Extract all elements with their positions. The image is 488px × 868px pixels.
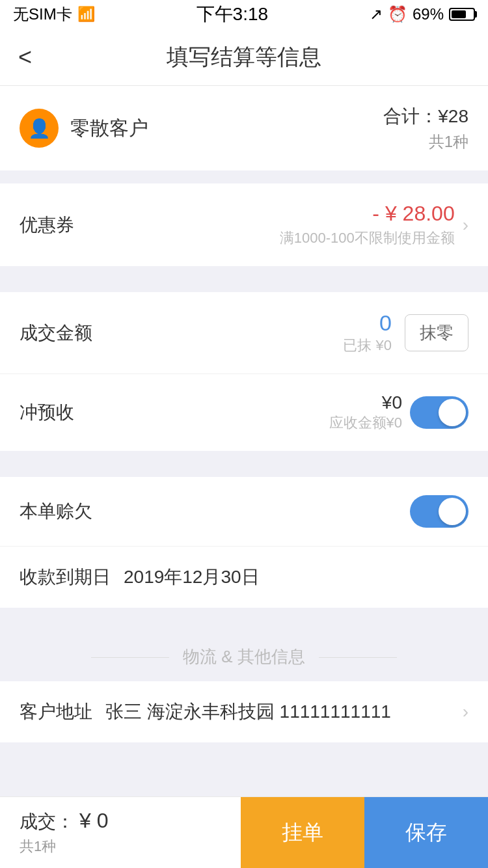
save-button[interactable]: 保存	[364, 797, 488, 869]
debt-toggle[interactable]	[410, 495, 468, 528]
prepayment-right: ¥0 应收金额¥0	[329, 392, 468, 433]
coupon-row[interactable]: 优惠券 - ¥ 28.00 满1000-100不限制使用金额 ›	[0, 183, 488, 266]
round-zero-button[interactable]: 抹零	[405, 314, 468, 351]
customer-section: 👤 零散客户 合计：¥28 共1种	[0, 86, 488, 170]
deal-amount-label: 成交金额	[20, 321, 92, 346]
location-icon: ↗	[370, 5, 383, 23]
deal-amount-sub: 已抹 ¥0	[343, 336, 392, 355]
debt-label: 本单赊欠	[20, 499, 92, 524]
address-chevron-icon: ›	[463, 701, 468, 722]
save-label: 保存	[405, 819, 447, 847]
logistics-label: 物流 & 其他信息	[183, 647, 305, 666]
customer-total: 合计：¥28	[383, 104, 468, 129]
deal-amount-right: 0 已抹 ¥0 抹零	[343, 310, 468, 355]
chevron-right-icon: ›	[463, 215, 468, 236]
bottom-bar: 成交： ¥ 0 共1种 挂单 保存	[0, 796, 488, 868]
prepayment-row: 冲预收 ¥0 应收金额¥0	[0, 373, 488, 451]
deal-amount-row: 成交金额 0 已抹 ¥0 抹零	[0, 292, 488, 373]
prepayment-toggle[interactable]	[410, 396, 468, 429]
prepayment-values: ¥0 应收金额¥0	[329, 392, 402, 433]
coupon-section: 优惠券 - ¥ 28.00 满1000-100不限制使用金额 ›	[0, 183, 488, 266]
logistics-label-row: 物流 & 其他信息	[0, 634, 488, 680]
avatar-icon: 👤	[28, 118, 51, 139]
coupon-right: - ¥ 28.00 满1000-100不限制使用金额 ›	[280, 202, 468, 248]
customer-right: 合计：¥28 共1种	[383, 104, 468, 152]
due-date-value: 2019年12月30日	[124, 565, 260, 590]
deal-section: 成交金额 0 已抹 ¥0 抹零 冲预收 ¥0 应收金额¥0	[0, 292, 488, 451]
prepayment-value: ¥0	[329, 392, 402, 413]
bottom-deal-amount: ¥ 0	[79, 809, 108, 833]
prepayment-sub: 应收金额¥0	[329, 413, 402, 433]
bottom-summary: 成交： ¥ 0 共1种	[0, 809, 241, 856]
page-title: 填写结算等信息	[167, 42, 321, 72]
status-left: 无SIM卡 📶	[13, 4, 95, 25]
avatar: 👤	[20, 109, 59, 148]
main-content: 👤 零散客户 合计：¥28 共1种 优惠券 - ¥ 28.00 满1000-10…	[0, 86, 488, 834]
coupon-label: 优惠券	[20, 213, 74, 237]
coupon-amount: - ¥ 28.00	[280, 202, 455, 226]
nav-bar: < 填写结算等信息	[0, 29, 488, 86]
customer-name: 零散客户	[70, 115, 148, 142]
carrier-label: 无SIM卡	[13, 4, 72, 25]
battery-fill	[452, 10, 466, 18]
bottom-deal-line: 成交： ¥ 0	[20, 809, 221, 834]
coupon-desc: 满1000-100不限制使用金额	[280, 228, 455, 248]
battery-icon	[449, 8, 475, 21]
debt-row: 本单赊欠	[0, 477, 488, 546]
battery-percent: 69%	[413, 5, 444, 23]
address-label: 客户地址	[20, 699, 92, 724]
prepayment-label: 冲预收	[20, 400, 74, 425]
divider-3	[0, 621, 488, 634]
address-section: 客户地址 张三 海淀永丰科技园 11111111111 ›	[0, 681, 488, 742]
status-time: 下午3:18	[197, 2, 269, 27]
back-button[interactable]: <	[18, 44, 32, 71]
status-bar: 无SIM卡 📶 下午3:18 ↗ ⏰ 69%	[0, 0, 488, 29]
divider-2	[0, 464, 488, 477]
divider-1	[0, 279, 488, 292]
address-value: 张三 海淀永丰科技园 11111111111	[105, 699, 463, 724]
hold-label: 挂单	[282, 819, 323, 847]
due-date-row: 收款到期日 2019年12月30日	[0, 546, 488, 608]
coupon-info: - ¥ 28.00 满1000-100不限制使用金额	[280, 202, 455, 248]
hold-button[interactable]: 挂单	[241, 797, 364, 869]
customer-row: 👤 零散客户 合计：¥28 共1种	[0, 86, 488, 170]
address-row[interactable]: 客户地址 张三 海淀永丰科技园 11111111111 ›	[0, 681, 488, 742]
bottom-deal-label: 成交：	[20, 809, 74, 834]
deal-amount-value: 0	[343, 310, 392, 336]
status-right: ↗ ⏰ 69%	[370, 5, 475, 23]
due-date-label: 收款到期日	[20, 565, 111, 590]
customer-count: 共1种	[383, 131, 468, 152]
deal-value-col: 0 已抹 ¥0	[343, 310, 392, 355]
bottom-count: 共1种	[20, 837, 221, 856]
customer-left: 👤 零散客户	[20, 109, 148, 148]
wifi-icon: 📶	[77, 6, 95, 23]
debt-section: 本单赊欠 收款到期日 2019年12月30日	[0, 477, 488, 608]
alarm-icon: ⏰	[388, 5, 407, 23]
